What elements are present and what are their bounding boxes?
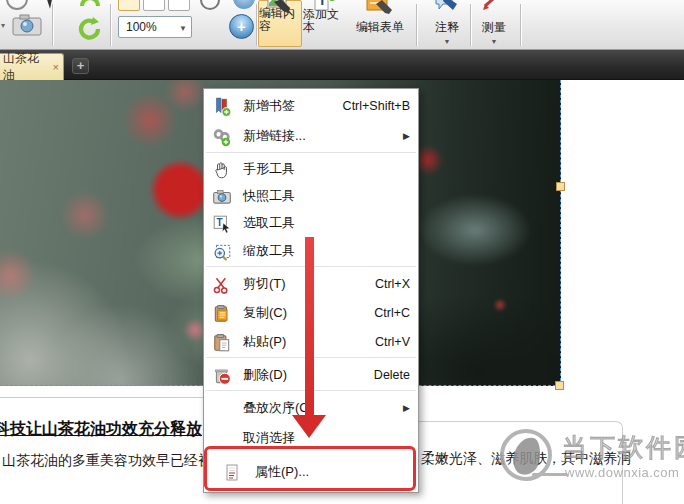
edit-content-button[interactable]: 编辑内容: [258, 0, 302, 47]
watermark-site-name: 当下软件园: [562, 431, 684, 464]
zoom-marquee-icon: [211, 242, 235, 260]
document-body-left[interactable]: 山茶花油的多重美容功效早已经被: [2, 452, 204, 470]
edit-form-icon: [365, 0, 395, 19]
marquee-zoom-icon[interactable]: [200, 0, 220, 10]
menu-item-label: 选取工具: [243, 214, 410, 232]
app-window: ▾ 100% ▼ +: [0, 0, 684, 504]
add-text-button[interactable]: T 添加文本: [303, 0, 347, 47]
toolbar-separator: [470, 4, 471, 46]
comment-icon: [433, 0, 461, 19]
menu-item-label: 手形工具: [243, 160, 410, 178]
combo-chevron-down-icon[interactable]: ▼: [179, 24, 187, 33]
menu-item-label: 新增链接...: [243, 127, 399, 145]
new-tab-button[interactable]: +: [72, 58, 89, 74]
menu-item-shortcut: Delete: [374, 368, 410, 382]
measure-icon: [481, 0, 507, 19]
document-tab-label: 山茶花油: [3, 50, 47, 84]
svg-text:T: T: [216, 217, 222, 228]
menu-item-snapshot-tool[interactable]: 快照工具: [204, 182, 418, 209]
toolbar: ▾ 100% ▼ +: [0, 0, 684, 50]
zoom-out-icon[interactable]: [233, 0, 255, 9]
zoom-level-value: 100%: [126, 20, 157, 34]
menu-item-label: 快照工具: [243, 187, 410, 205]
submenu-arrow-icon: ▶: [403, 403, 410, 413]
menu-separator: [204, 151, 418, 155]
menu-item-shortcut: Ctrl+Shift+B: [343, 99, 410, 113]
edit-content-icon: [267, 0, 293, 20]
measure-label: 测量: [482, 21, 506, 34]
heading-frame-border: [0, 397, 204, 398]
zoom-in-icon[interactable]: +: [229, 14, 254, 39]
measure-button[interactable]: 测量 ▼: [474, 0, 514, 47]
fit-width-button[interactable]: [118, 0, 140, 11]
downxia-logo-swoosh: [532, 473, 568, 476]
toolbar-separator: [416, 4, 417, 46]
selection-handle-corner[interactable]: [555, 381, 564, 390]
menu-item-select-tool[interactable]: T 选取工具: [204, 209, 418, 236]
fit-visible-button[interactable]: [168, 0, 190, 11]
menu-item-label: 取消选择: [243, 429, 410, 447]
edit-form-button[interactable]: 编辑表单: [352, 0, 408, 47]
selection-handle-right[interactable]: [556, 182, 565, 191]
edit-form-label: 编辑表单: [356, 21, 404, 34]
menu-item-hand-tool[interactable]: 手形工具: [204, 155, 418, 182]
annotation-arrow-head-icon: [292, 415, 326, 438]
toolbar-separator: [52, 4, 53, 46]
menu-item-new-bookmark[interactable]: 新增书签 Ctrl+Shift+B: [204, 91, 418, 121]
comment-chevron-down-icon[interactable]: ▼: [444, 38, 451, 45]
toolbar-separator: [520, 4, 521, 46]
menu-item-shortcut: Ctrl+V: [375, 335, 410, 349]
menu-item-label: 新增书签: [243, 97, 343, 115]
menu-item-new-link[interactable]: 新增链接... ▶: [204, 121, 418, 151]
toolbar-overflow-chevron-icon[interactable]: ▾: [1, 21, 5, 30]
copy-icon: [211, 304, 235, 322]
fit-page-button[interactable]: [143, 0, 165, 11]
watermark-url: www.downxia.com: [565, 465, 679, 480]
menu-item-shortcut: Ctrl+X: [375, 277, 410, 291]
clock-icon: [6, 0, 28, 10]
tab-close-icon[interactable]: ×: [53, 61, 59, 73]
tab-bar: 山茶花油 ×: [0, 50, 684, 80]
menu-item-shortcut: Ctrl+C: [374, 306, 410, 320]
link-add-icon: [211, 127, 235, 145]
svg-text:T: T: [318, 0, 327, 8]
snapshot-camera-icon[interactable]: [12, 13, 42, 37]
document-tab[interactable]: 山茶花油 ×: [0, 53, 64, 80]
rotate-view-up-icon[interactable]: [78, 0, 102, 12]
document-heading[interactable]: 科技让山茶花油功效充分释放: [0, 419, 209, 440]
select-text-icon: T: [211, 214, 235, 232]
bookmark-add-icon: [211, 97, 235, 115]
add-text-icon: T: [311, 0, 339, 19]
menu-item-label: 缩放工具: [243, 242, 410, 260]
annotation-arrow-shaft: [305, 237, 314, 416]
toolbar-separator: [110, 4, 111, 46]
annotation-highlight-box: [204, 446, 416, 491]
zoom-level-select[interactable]: 100% ▼: [118, 16, 192, 38]
selection-border-right: [560, 80, 561, 386]
camera-icon: [211, 187, 235, 205]
watermark: 当下软件园 www.downxia.com: [492, 425, 684, 495]
delete-icon: [211, 366, 235, 384]
paste-icon: [211, 333, 235, 351]
comment-label: 注释: [435, 21, 459, 34]
hand-icon: [211, 160, 235, 178]
toolbar-separator: [256, 4, 257, 46]
comment-button[interactable]: 注释 ▼: [426, 0, 468, 47]
measure-chevron-down-icon[interactable]: ▼: [491, 38, 498, 45]
scissors-icon: [211, 275, 235, 293]
rotate-view-icon[interactable]: [76, 16, 103, 43]
submenu-arrow-icon: ▶: [403, 131, 410, 141]
